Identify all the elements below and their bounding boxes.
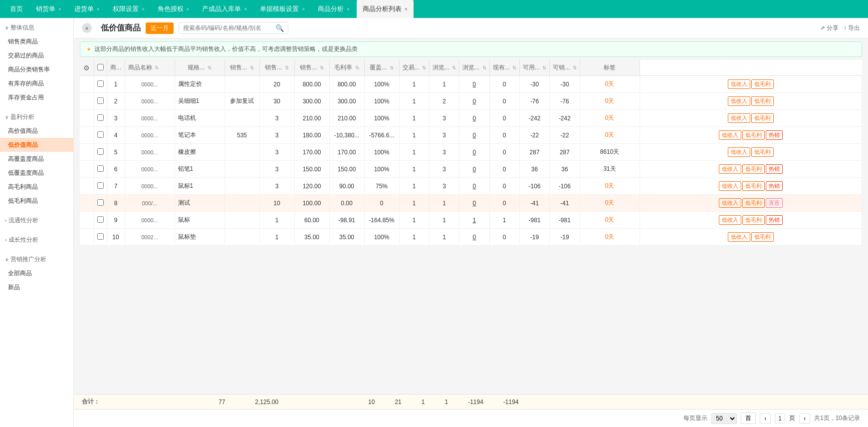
footer-stock: -1194 [468,399,483,406]
col-view2[interactable]: 浏览... ⇅ [459,60,489,76]
nav-role[interactable]: 角色授权 × [152,0,196,18]
sidebar-item-high-value[interactable]: 高价值商品 [0,124,73,138]
col-sales-amt[interactable]: 销售... ⇅ [259,60,294,76]
share-btn[interactable]: ⇗ 分享 [820,24,839,32]
row-sales-avg: 90.00 [329,178,364,195]
col-trade-count[interactable]: 交易... ⇅ [399,60,429,76]
col-spec[interactable]: 规格... ⇅ [175,60,224,76]
sidebar-item-new-goods[interactable]: 新品 [0,280,73,294]
row-avail: 36 [550,161,580,178]
row-checkbox[interactable] [97,114,104,121]
row-checkbox-cell [94,161,107,178]
col-gear[interactable]: ⚙ [80,60,94,76]
collapse-arrow-growth: › [5,237,6,243]
col-gross-rate[interactable]: 毛利率 ⇅ [329,60,364,76]
sidebar-item-sales-goods[interactable]: 销售类商品 [0,34,73,48]
sidebar-group-flow-header[interactable]: › 流通性分析 [0,214,73,227]
col-view1[interactable]: 浏览... ⇅ [429,60,459,76]
row-checkbox[interactable] [97,233,104,240]
prev-page-btn[interactable]: ‹ [760,414,771,424]
view1-link[interactable]: 0 [473,183,476,190]
row-checkbox[interactable] [97,182,104,189]
view1-link[interactable]: 0 [473,98,476,105]
tag: 低收入 [728,113,750,123]
nav-analysis-list[interactable]: 商品分析列表 × [357,0,414,18]
row-avail: -981 [550,212,580,229]
sidebar-group-growth-header[interactable]: › 成长性分析 [0,233,73,247]
col-stock[interactable]: 现有... ⇅ [489,60,519,76]
view1-link[interactable]: 0 [473,200,476,207]
sidebar-item-stock-capital[interactable]: 库存资金占用 [0,90,73,104]
sidebar-item-traded-goods[interactable]: 交易过的商品 [0,48,73,62]
nav-permission[interactable]: 权限设置 × [107,0,151,18]
sidebar-item-low-value[interactable]: 低价值商品 [0,138,73,152]
row-gross-rate: 75% [364,178,399,195]
row-checkbox[interactable] [97,148,104,155]
row-checkbox[interactable] [97,216,104,223]
view1-link[interactable]: 0 [473,132,476,139]
search-icon[interactable]: 🔍 [275,24,284,32]
nav-analysis[interactable]: 商品分析 × [312,0,356,18]
sidebar-item-low-margin[interactable]: 低毛利商品 [0,194,73,208]
tag: 低收入 [719,215,741,225]
page-num: 1 [775,414,785,424]
row-spec [224,76,259,93]
sidebar-item-all-goods[interactable]: 全部商品 [0,266,73,280]
export-btn[interactable]: ↑ 导出 [844,24,860,32]
col-avail[interactable]: 可用... ⇅ [519,60,549,76]
tag: 低收入 [719,164,741,174]
col-sales-avg[interactable]: 销售... ⇅ [294,60,329,76]
view1-link[interactable]: 0 [473,166,476,173]
row-checkbox[interactable] [97,199,104,206]
row-view2: 0 [489,195,519,212]
row-saleable: 0天 [580,212,640,229]
nav-purchase[interactable]: 进货单 × [68,0,106,18]
row-spec: 参加复试 [224,93,259,110]
row-checkbox-cell [94,144,107,161]
row-saleable: 0天 [580,178,640,195]
first-page-btn[interactable]: 首 [741,413,756,424]
sidebar-item-stock-goods[interactable]: 有库存的商品 [0,76,73,90]
row-checkbox[interactable] [97,165,104,172]
nav-home[interactable]: 首页 [4,0,29,18]
col-name[interactable]: 商品名称 ⇅ [125,60,175,76]
nav-template[interactable]: 单据模板设置 × [254,0,311,18]
sidebar-item-high-margin[interactable]: 高毛利商品 [0,180,73,194]
row-checkbox[interactable] [97,97,104,104]
nav-sales[interactable]: 销货单 × [30,0,67,18]
col-saleable[interactable]: 可销... ⇅ [550,60,580,76]
row-gear [80,93,94,110]
row-checkbox[interactable] [97,80,104,87]
sidebar-item-category-sales[interactable]: 商品分类销售率 [0,62,73,76]
col-sales-qty[interactable]: 销售... ⇅ [224,60,259,76]
row-gear [80,127,94,144]
sidebar-group-overall-header[interactable]: ∨ 整体信息 [0,21,73,34]
select-all-checkbox[interactable] [97,64,104,70]
nav-product-in[interactable]: 产成品入库单 × [196,0,253,18]
row-trade-count: 3 [429,127,459,144]
row-sales-qty: 3 [259,178,294,195]
row-tags: 低收入低毛利 [640,110,862,127]
sidebar-item-low-coverage[interactable]: 低覆盖度商品 [0,166,73,180]
row-coverage: 1 [399,195,429,212]
view1-link[interactable]: 0 [473,115,476,122]
sidebar-collapse-btn[interactable]: « [82,23,92,33]
next-page-btn[interactable]: › [799,414,810,424]
sidebar-group-marketing-header[interactable]: ∨ 营销推广分析 [0,253,73,266]
view1-link[interactable]: 1 [473,217,476,224]
row-checkbox[interactable] [97,131,104,138]
page-size-select[interactable]: 50 100 200 [711,413,737,424]
row-view1: 0 [459,76,489,93]
view1-link[interactable]: 0 [473,81,476,88]
view1-link[interactable]: 0 [473,234,476,241]
view1-link[interactable]: 0 [473,149,476,156]
search-input[interactable] [183,24,275,31]
sidebar-item-high-coverage[interactable]: 高覆盖度商品 [0,152,73,166]
col-coverage[interactable]: 覆盖... ⇅ [364,60,399,76]
row-coverage: 1 [399,127,429,144]
sidebar-group-profit-header[interactable]: ∨ 盈利分析 [0,110,73,124]
page-title: 低价值商品 [101,23,141,33]
filter-btn[interactable]: 近一月 [146,22,174,34]
row-saleable: 31天 [580,161,640,178]
row-num: 3 [107,110,125,127]
